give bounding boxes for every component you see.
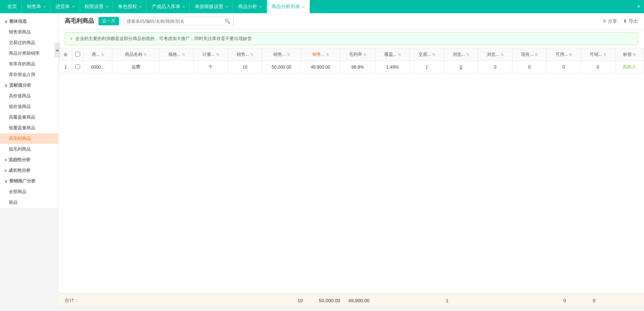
top-nav: 首页 销售单 × 进货单 × 权限设置 × 角色授权 × 产成品入库单 × 单据… [0,0,644,13]
nav-tab-products[interactable]: 产成品入库单 × [147,0,190,13]
col-checkbox[interactable] [72,48,83,61]
sidebar-item-all-goods[interactable]: 全部商品 [0,187,58,197]
col-saleable[interactable]: 可销... ⇅ [581,48,615,61]
close-icon[interactable]: × [106,4,108,9]
col-spec[interactable]: 规格... ⇅ [159,48,194,61]
nav-tab-roles[interactable]: 角色授权 × [114,0,146,13]
search-box: 🔍 [123,17,234,25]
sidebar-group-marketing[interactable]: ∨ 营销推广分析 [0,176,58,187]
nav-tab-permissions[interactable]: 权限设置 × [80,0,113,13]
export-button[interactable]: ⬆ 导出 [623,18,638,25]
footer-sales-profit: 49,900.00 [344,298,374,303]
share-icon: ⎘ [603,18,606,24]
collapse-icon: « [56,47,58,53]
cell-saleable: 0 [581,61,615,73]
col-transaction[interactable]: 交易... ⇅ [410,48,444,61]
sidebar-item-new-goods[interactable]: 新品 [0,197,58,208]
horizontal-scrollbar[interactable] [59,307,644,311]
search-icon[interactable]: 🔍 [224,18,230,24]
col-available[interactable]: 可用... ⇅ [547,48,581,61]
cell-gross-margin: 99.8% [340,61,375,73]
sidebar-item-stocked-goods[interactable]: 有库存的商品 [0,59,58,69]
search-input[interactable] [127,19,222,24]
close-icon[interactable]: × [72,4,74,9]
select-all-checkbox[interactable] [75,52,80,57]
sidebar-group-flow[interactable]: > 流趋性分析 [0,155,58,165]
sidebar-item-high-margin[interactable]: 高毛利商品 [0,133,58,144]
sidebar-group-contribution[interactable]: ∨ 贡献值分析 [0,80,58,91]
export-icon: ⬆ [623,18,627,24]
footer-saleable: 0 [579,298,609,303]
sidebar-item-sales-goods[interactable]: 销售类商品 [0,27,58,37]
close-icon[interactable]: × [302,4,305,9]
nav-tab-sales[interactable]: 销售单 × [22,0,50,13]
share-button[interactable]: ⎘ 分享 [603,18,617,25]
footer-sales-amount: 50,000.00 [315,298,344,303]
col-code[interactable]: 商... ⇅ [83,48,112,61]
chevron-down-icon: ∨ [4,179,8,184]
cell-coverage: 1.49% [375,61,410,73]
cell-unit: 个 [194,61,228,73]
col-sales-amount[interactable]: 销售... ⇅ [262,48,301,61]
sidebar-group-growth[interactable]: > 成长性分析 [0,165,58,176]
cell-name: 运费 [112,61,159,73]
close-icon[interactable]: × [259,4,262,9]
col-name[interactable]: 商品名称 ⇅ [112,48,159,61]
chevron-down-icon: ∨ [4,19,8,24]
sidebar-collapse-button[interactable]: « [54,43,60,57]
footer-transaction: 1 [432,298,462,303]
period-button[interactable]: 近一月 [98,17,119,25]
sidebar-group-overall[interactable]: ∨ 整体信息 [0,16,58,27]
close-icon[interactable]: × [226,4,228,9]
footer-sales-qty: 10 [285,298,315,303]
col-browse1[interactable]: 浏览... ⇅ [444,48,478,61]
cell-browse2: 0 [478,61,512,73]
col-settings[interactable]: ⚙ [59,48,72,61]
chevron-right-icon: > [4,158,7,163]
close-icon[interactable]: × [139,4,141,9]
data-table: ⚙ 商... ⇅ 商品名称 ⇅ 规格... ⇅ 计量... ⇅ 销售... ⇅ … [59,48,644,73]
info-text: 企业的主要的利润都是这部分商品创造的，可考虑加大推广，同时关注库存是不要出现缺货 [75,36,252,42]
close-icon[interactable]: × [43,4,46,9]
table-header-row: ⚙ 商... ⇅ 商品名称 ⇅ 规格... ⇅ 计量... ⇅ 销售... ⇅ … [59,48,644,61]
table-wrap: ⚙ 商... ⇅ 商品名称 ⇅ 规格... ⇅ 计量... ⇅ 销售... ⇅ … [59,48,644,293]
sidebar-item-low-value[interactable]: 低价值商品 [0,101,58,112]
close-all-button[interactable]: × [637,3,640,10]
sidebar-item-traded-goods[interactable]: 交易过的商品 [0,37,58,48]
col-coverage[interactable]: 覆盖... ⇅ [375,48,410,61]
sidebar-item-low-coverage[interactable]: 低覆盖量商品 [0,123,58,133]
cell-sales-profit: 49,900.00 [301,61,340,73]
table-body: 1 0000... 运费 个 10 50,000.00 49,900.00 99… [59,61,644,73]
nav-tab-analysis-list[interactable]: 商品分析列表 × [267,0,309,13]
nav-tab-home[interactable]: 首页 [3,0,22,13]
close-icon[interactable]: × [183,4,185,9]
nav-tab-analysis[interactable]: 商品分析 × [234,0,266,13]
row-checkbox[interactable] [75,64,80,69]
sidebar-item-high-value[interactable]: 高价值商品 [0,91,58,101]
sidebar-item-high-coverage[interactable]: 高覆盖量商品 [0,112,58,123]
info-icon: ✦ [69,36,73,41]
info-banner: ✦ 企业的主要的利润都是这部分商品创造的，可考虑加大推广，同时关注库存是不要出现… [65,32,638,45]
cell-sales-qty: 10 [228,61,262,73]
col-current-stock[interactable]: 现有... ⇅ [512,48,546,61]
cell-available: 0 [547,61,581,73]
sidebar-container: ∨ 整体信息 销售类商品 交易过的商品 商品分类助销率 有库存的商品 库存资金占… [0,13,59,311]
chevron-right-icon: > [4,168,7,173]
sidebar-item-stock-capital[interactable]: 库存资金占用 [0,69,58,80]
col-unit[interactable]: 计量... ⇅ [194,48,228,61]
col-tag[interactable]: 标签 ⇅ [615,48,644,61]
cell-index: 1 [59,61,72,73]
cell-current-stock: 0 [512,61,546,73]
main-layout: ∨ 整体信息 销售类商品 交易过的商品 商品分类助销率 有库存的商品 库存资金占… [0,13,644,311]
cell-checkbox[interactable] [72,61,83,73]
col-browse2[interactable]: 浏览... ⇅ [478,48,512,61]
col-sales-profit[interactable]: 销售... ⇅ [301,48,340,61]
nav-tab-purchase[interactable]: 进货单 × [51,0,79,13]
nav-tab-templates[interactable]: 单据模板设置 × [190,0,233,13]
col-gross-margin[interactable]: 毛利率 ⇅ [340,48,375,61]
sidebar-item-low-margin[interactable]: 低毛利商品 [0,144,58,155]
col-sales-qty[interactable]: 销售... ⇅ [228,48,262,61]
sidebar-item-category-rate[interactable]: 商品分类助销率 [0,48,58,59]
cell-browse1[interactable]: 0 [444,61,478,73]
footer-available: 0 [550,298,579,303]
